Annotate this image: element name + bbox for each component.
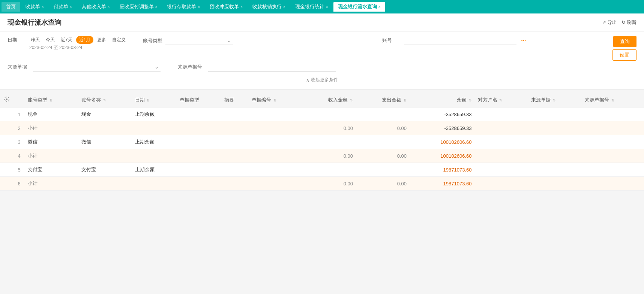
row-balance: 19871073.60 bbox=[410, 177, 475, 191]
nav-home[interactable]: 首页 bbox=[2, 2, 20, 12]
nav-verify[interactable]: 收款核销执行 × bbox=[248, 2, 290, 12]
row-settings-cell bbox=[0, 107, 14, 121]
row-num-cell: 6 bbox=[14, 177, 25, 191]
row-account-type: 支付宝 bbox=[25, 163, 78, 177]
nav-home-label: 首页 bbox=[6, 3, 16, 10]
row-source-doc bbox=[528, 135, 582, 149]
sort-expense-icon: ⇅ bbox=[404, 98, 407, 102]
row-date: 上期余额 bbox=[132, 135, 177, 149]
nav-other-income-close[interactable]: × bbox=[108, 5, 110, 9]
nav-bank-stats-label: 现金银行统计 bbox=[295, 3, 324, 10]
row-balance: 100102606.60 bbox=[410, 135, 475, 149]
date-btn-custom[interactable]: 自定义 bbox=[110, 36, 128, 44]
sort-source-doc-icon: ⇅ bbox=[553, 98, 556, 102]
nav-bank-deposit-close[interactable]: × bbox=[198, 5, 200, 9]
nav-receipt[interactable]: 收款单 × bbox=[21, 2, 48, 12]
table-row[interactable]: 3 微信 微信 上期余额 100102606.60 bbox=[0, 135, 644, 149]
nav-adjust-close[interactable]: × bbox=[155, 5, 158, 9]
th-income[interactable]: 收入金额 ⇅ bbox=[302, 93, 356, 107]
date-btn-today[interactable]: 今天 bbox=[44, 36, 57, 44]
refresh-button[interactable]: ↻ 刷新 bbox=[621, 19, 636, 26]
th-account-name[interactable]: 账号名称 ⇅ bbox=[78, 93, 132, 107]
row-balance: 100102606.60 bbox=[410, 149, 475, 163]
account-label: 账号 bbox=[382, 37, 401, 44]
row-expense: 0.00 bbox=[356, 177, 410, 191]
filter-area: 日期 昨天 今天 近7天 近1月 更多 自定义 2023-02-24 至 202… bbox=[0, 31, 644, 90]
export-label: 导出 bbox=[607, 19, 617, 26]
row-summary bbox=[221, 121, 249, 135]
row-source-doc bbox=[528, 149, 582, 163]
collapse-bar[interactable]: ∧ 收起更多条件 bbox=[8, 75, 636, 86]
nav-bank-flow-label: 现金银行流水查询 bbox=[338, 3, 377, 10]
nav-adjust[interactable]: 应收应付调整单 × bbox=[115, 2, 162, 12]
row-account-name: 支付宝 bbox=[78, 163, 132, 177]
nav-payment[interactable]: 付款单 × bbox=[49, 2, 77, 12]
row-income: 0.00 bbox=[302, 121, 356, 135]
table-container: 账号类型 ⇅ 账号名称 ⇅ 日期 ⇅ 单据类型 摘要 单据编号 ⇅ 收入金额 ⇅… bbox=[0, 93, 644, 191]
th-expense[interactable]: 支出金额 ⇅ bbox=[356, 93, 410, 107]
row-account-name bbox=[78, 177, 132, 191]
th-settings[interactable] bbox=[0, 93, 14, 107]
row-counterpart bbox=[475, 177, 528, 191]
query-button[interactable]: 查询 bbox=[613, 36, 636, 47]
page-header: 现金银行流水查询 ↗ 导出 ↻ 刷新 bbox=[0, 13, 644, 31]
row-source-doc-no bbox=[582, 121, 644, 135]
source-doc-no-input[interactable] bbox=[208, 63, 336, 72]
th-account-type[interactable]: 账号类型 ⇅ bbox=[25, 93, 78, 107]
sort-balance-icon: ⇅ bbox=[469, 98, 472, 102]
th-doc-type: 单据类型 bbox=[177, 93, 221, 107]
settings-button[interactable]: 设置 bbox=[612, 49, 636, 61]
nav-verify-close[interactable]: × bbox=[283, 5, 285, 9]
account-input[interactable] bbox=[404, 36, 516, 45]
table-row[interactable]: 2 小计 0.00 0.00 -3528659.33 bbox=[0, 121, 644, 135]
nav-verify-label: 收款核销执行 bbox=[252, 3, 282, 10]
nav-bank-flow-close[interactable]: × bbox=[378, 5, 381, 9]
row-settings-cell bbox=[0, 135, 14, 149]
date-btn-7days[interactable]: 近7天 bbox=[59, 36, 75, 44]
row-source-doc bbox=[528, 107, 582, 121]
row-account-type: 现金 bbox=[25, 107, 78, 121]
row-doc-type bbox=[177, 135, 221, 149]
refresh-label: 刷新 bbox=[627, 19, 636, 26]
th-date[interactable]: 日期 ⇅ bbox=[132, 93, 177, 107]
nav-advance-close[interactable]: × bbox=[240, 5, 243, 9]
account-more-icon[interactable]: ··· bbox=[521, 37, 526, 44]
row-date bbox=[132, 177, 177, 191]
date-btn-yesterday[interactable]: 昨天 bbox=[29, 36, 42, 44]
refresh-icon: ↻ bbox=[621, 19, 626, 25]
th-balance[interactable]: 余额 ⇅ bbox=[410, 93, 475, 107]
row-date: 上期余额 bbox=[132, 107, 177, 121]
nav-bank-deposit[interactable]: 银行存取款单 × bbox=[162, 2, 204, 12]
nav-other-income[interactable]: 其他收入单 × bbox=[77, 2, 114, 12]
table-row[interactable]: 4 小计 0.00 0.00 100102606.60 bbox=[0, 149, 644, 163]
row-expense bbox=[356, 135, 410, 149]
nav-bank-stats-close[interactable]: × bbox=[326, 5, 328, 9]
table-header-row: 账号类型 ⇅ 账号名称 ⇅ 日期 ⇅ 单据类型 摘要 单据编号 ⇅ 收入金额 ⇅… bbox=[0, 93, 644, 107]
row-account-name bbox=[78, 149, 132, 163]
account-type-select[interactable] bbox=[165, 36, 233, 45]
nav-advance[interactable]: 预收冲应收单 × bbox=[205, 2, 247, 12]
row-source-doc bbox=[528, 177, 582, 191]
th-doc-no[interactable]: 单据编号 ⇅ bbox=[249, 93, 302, 107]
row-source-doc-no bbox=[582, 107, 644, 121]
date-btn-1month[interactable]: 近1月 bbox=[76, 36, 94, 44]
row-income: 0.00 bbox=[302, 149, 356, 163]
table-body: 1 现金 现金 上期余额 -3528659.33 2 小计 0.00 0.00 … bbox=[0, 107, 644, 191]
nav-bank-flow[interactable]: 现金银行流水查询 × bbox=[333, 2, 385, 12]
table-row[interactable]: 1 现金 现金 上期余额 -3528659.33 bbox=[0, 107, 644, 121]
th-counterpart[interactable]: 对方户名 ⇅ bbox=[475, 93, 528, 107]
date-btn-more[interactable]: 更多 bbox=[95, 36, 108, 44]
collapse-icon: ∧ bbox=[306, 78, 309, 83]
table-row[interactable]: 6 小计 0.00 0.00 19871073.60 bbox=[0, 177, 644, 191]
nav-payment-close[interactable]: × bbox=[70, 5, 72, 9]
nav-receipt-close[interactable]: × bbox=[42, 5, 44, 9]
nav-bank-stats[interactable]: 现金银行统计 × bbox=[291, 2, 333, 12]
row-income bbox=[302, 107, 356, 121]
source-doc-select-wrapper bbox=[33, 62, 161, 72]
export-button[interactable]: ↗ 导出 bbox=[602, 19, 617, 26]
row-account-type: 小计 bbox=[25, 177, 78, 191]
table-row[interactable]: 5 支付宝 支付宝 上期余额 19871073.60 bbox=[0, 163, 644, 177]
source-doc-select[interactable] bbox=[33, 62, 161, 71]
th-source-doc-no[interactable]: 来源单据号 ⇅ bbox=[582, 93, 644, 107]
th-source-doc[interactable]: 来源单据 ⇅ bbox=[528, 93, 582, 107]
